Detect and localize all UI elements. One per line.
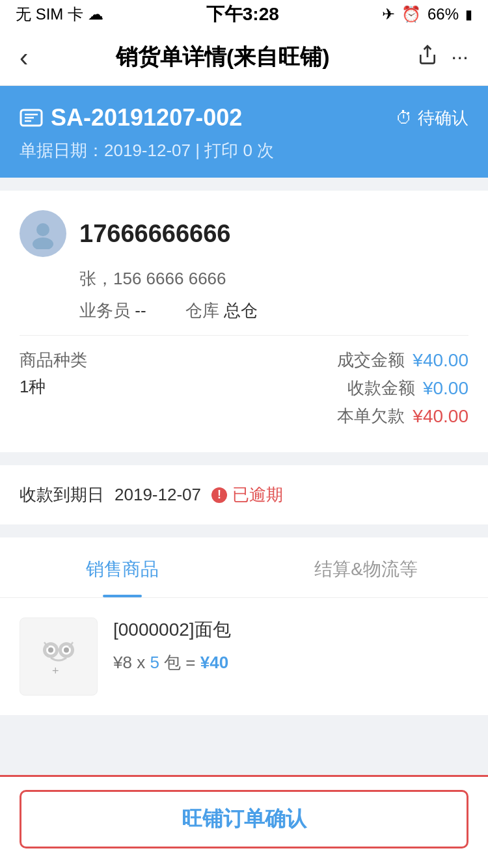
more-button[interactable]: ··· (451, 45, 468, 69)
nav-right: ··· (417, 44, 468, 70)
tab-settlement[interactable]: 结算&物流等 (244, 537, 488, 597)
tabs-section: 销售商品 结算&物流等 + (0, 537, 488, 715)
status-time: 下午3:28 (206, 2, 279, 27)
overdue-text: 已逾期 (232, 483, 283, 506)
order-status: ⏱ 待确认 (396, 107, 468, 129)
confirm-order-button[interactable]: 旺铺订单确认 (20, 790, 468, 848)
location-icon: ✈ (382, 5, 395, 23)
product-name: [0000002]面包 (113, 617, 468, 642)
due-date: 2019-12-07 (115, 485, 201, 505)
status-bar: 无 SIM 卡 ☁ 下午3:28 ✈ ⏰ 66% ▮ (0, 0, 488, 29)
share-icon[interactable] (417, 44, 438, 70)
product-unit-price: ¥8 (113, 653, 132, 672)
order-id-row: SA-20191207-002 ⏱ 待确认 (20, 104, 468, 131)
customer-phone: 17666666666 (79, 220, 230, 248)
avatar (20, 210, 66, 257)
owed-label: 本单欠款 (337, 405, 405, 427)
received-row: 收款金额 ¥0.00 (337, 377, 468, 400)
alarm-icon: ⏰ (401, 5, 421, 23)
product-unit: 包 (164, 653, 181, 672)
type-label: 商品种类 (20, 349, 87, 372)
back-button[interactable]: ‹ (20, 44, 28, 70)
owed-row: 本单欠款 ¥40.00 (337, 405, 468, 427)
salesperson-field: 业务员 -- (79, 299, 146, 322)
customer-meta: 业务员 -- 仓库 总仓 (20, 299, 468, 322)
product-price: ¥8 x 5 包 = ¥40 (113, 651, 468, 674)
summary-right: 成交金额 ¥40.00 收款金额 ¥0.00 本单欠款 ¥40.00 (337, 349, 468, 433)
overdue-icon: ! (211, 487, 227, 503)
customer-row: 17666666666 (20, 210, 468, 257)
status-left: 无 SIM 卡 ☁ (16, 4, 103, 25)
product-equals: = (185, 653, 200, 672)
order-header: SA-20191207-002 ⏱ 待确认 单据日期：2019-12-07 | … (0, 86, 488, 178)
summary-left: 商品种类 1种 (20, 349, 87, 398)
svg-point-12 (64, 647, 69, 653)
confirm-btn-wrap: 旺铺订单确认 (0, 775, 488, 868)
amount-row: 成交金额 ¥40.00 (337, 349, 468, 372)
svg-text:+: + (52, 664, 59, 677)
divider-1 (20, 335, 468, 336)
product-total: ¥40 (200, 653, 228, 672)
status-right: ✈ ⏰ 66% ▮ (382, 5, 472, 23)
type-count: 1种 (20, 375, 87, 398)
svg-point-6 (33, 237, 53, 249)
customer-section: 17666666666 张，156 6666 6666 业务员 -- 仓库 总仓… (0, 191, 488, 452)
page-title: 销货单详情(来自旺铺) (116, 42, 330, 72)
product-info: [0000002]面包 ¥8 x 5 包 = ¥40 (113, 617, 468, 674)
svg-point-5 (36, 223, 49, 236)
warehouse-field: 仓库 总仓 (185, 299, 258, 322)
order-id: SA-20191207-002 (20, 104, 242, 131)
customer-sub: 张，156 6666 6666 (20, 267, 468, 290)
amount-value: ¥40.00 (413, 350, 468, 371)
svg-point-11 (48, 647, 53, 653)
battery-label: 66% (427, 5, 459, 23)
owed-value: ¥40.00 (413, 406, 468, 427)
order-icon (20, 109, 43, 127)
product-qty: 5 (150, 653, 159, 672)
product-item: + [0000002]面包 ¥8 x 5 包 = ¥40 (0, 598, 488, 715)
due-label: 收款到期日 (20, 483, 104, 506)
product-multiply: x (137, 653, 150, 672)
battery-icon: ▮ (465, 7, 472, 22)
product-thumbnail: + (20, 617, 98, 696)
sim-label: 无 SIM 卡 ☁ (16, 4, 103, 25)
overdue-badge: ! 已逾期 (211, 483, 283, 506)
received-value: ¥0.00 (423, 378, 468, 399)
amount-label: 成交金额 (337, 349, 405, 372)
product-image-placeholder: + (35, 631, 82, 683)
nav-left: ‹ (20, 44, 28, 70)
order-date: 单据日期：2019-12-07 | 打印 0 次 (20, 139, 468, 162)
tabs-row: 销售商品 结算&物流等 (0, 537, 488, 598)
summary-row: 商品种类 1种 成交金额 ¥40.00 收款金额 ¥0.00 本单欠款 ¥40.… (20, 349, 468, 433)
clock-icon: ⏱ (396, 108, 413, 128)
due-section: 收款到期日 2019-12-07 ! 已逾期 (0, 465, 488, 524)
tab-sales[interactable]: 销售商品 (0, 537, 244, 597)
received-label: 收款金额 (347, 377, 415, 400)
nav-bar: ‹ 销货单详情(来自旺铺) ··· (0, 29, 488, 86)
